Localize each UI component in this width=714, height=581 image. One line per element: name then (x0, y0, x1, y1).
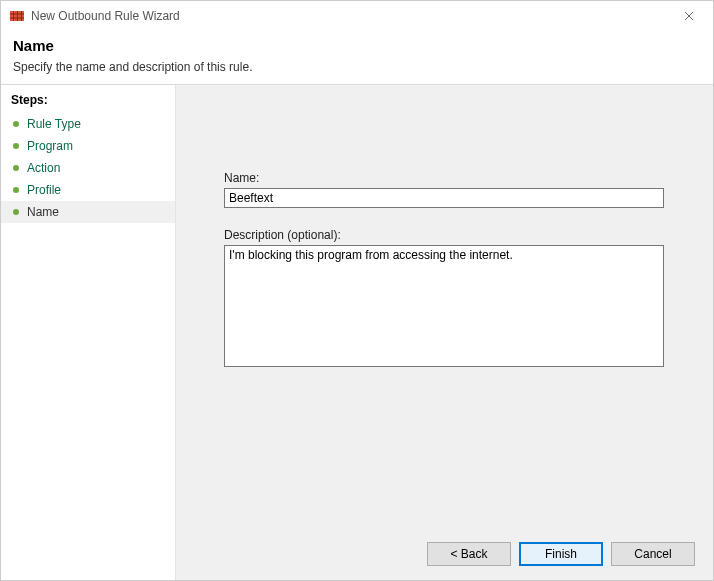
step-profile[interactable]: Profile (1, 179, 175, 201)
firewall-icon (9, 8, 25, 24)
step-link-label[interactable]: Program (27, 139, 73, 153)
name-label: Name: (224, 171, 665, 185)
svg-point-12 (13, 187, 19, 193)
back-button[interactable]: < Back (427, 542, 511, 566)
steps-sidebar: Steps: Rule Type Program Action (1, 85, 176, 580)
bullet-icon (11, 119, 21, 129)
step-program[interactable]: Program (1, 135, 175, 157)
bullet-icon (11, 207, 21, 217)
wizard-body: Steps: Rule Type Program Action (1, 85, 713, 580)
bullet-icon (11, 185, 21, 195)
steps-heading: Steps: (1, 89, 175, 113)
page-title: Name (13, 37, 701, 54)
finish-button[interactable]: Finish (519, 542, 603, 566)
step-rule-type[interactable]: Rule Type (1, 113, 175, 135)
bullet-icon (11, 141, 21, 151)
name-input[interactable] (224, 188, 664, 208)
content-panel: Name: Description (optional): < Back Fin… (176, 85, 713, 580)
step-link-label[interactable]: Action (27, 161, 60, 175)
svg-point-9 (13, 121, 19, 127)
bullet-icon (11, 163, 21, 173)
step-name: Name (1, 201, 175, 223)
titlebar: New Outbound Rule Wizard (1, 1, 713, 31)
svg-point-13 (13, 209, 19, 215)
close-icon (684, 8, 694, 24)
description-textarea[interactable] (224, 245, 664, 367)
wizard-header: Name Specify the name and description of… (1, 31, 713, 84)
window-title: New Outbound Rule Wizard (31, 9, 180, 23)
svg-rect-4 (13, 11, 14, 21)
svg-point-11 (13, 165, 19, 171)
step-current-label: Name (27, 205, 59, 219)
svg-point-10 (13, 143, 19, 149)
description-label: Description (optional): (224, 228, 665, 242)
step-action[interactable]: Action (1, 157, 175, 179)
cancel-button[interactable]: Cancel (611, 542, 695, 566)
step-link-label[interactable]: Rule Type (27, 117, 81, 131)
button-row: < Back Finish Cancel (427, 542, 695, 566)
step-link-label[interactable]: Profile (27, 183, 61, 197)
close-button[interactable] (673, 4, 705, 28)
wizard-window: New Outbound Rule Wizard Name Specify th… (0, 0, 714, 581)
svg-rect-5 (17, 11, 18, 21)
page-subtitle: Specify the name and description of this… (13, 60, 701, 74)
svg-rect-6 (21, 11, 22, 21)
